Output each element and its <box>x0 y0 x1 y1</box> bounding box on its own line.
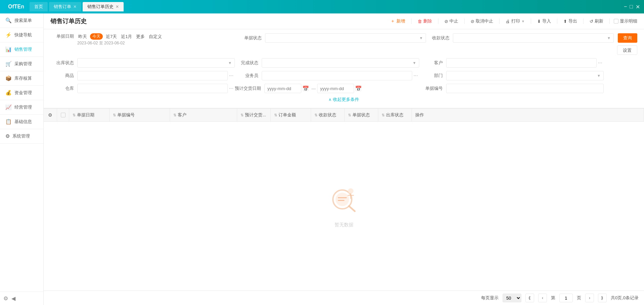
sort-date-icon: ⇅ <box>73 113 76 117</box>
sidebar: 🔍 搜索菜单 ⚡ 快捷导航 📊 销售管理 🛒 采购管理 📦 库存核算 💰 资金管… <box>0 13 44 305</box>
maximize-btn[interactable]: □ <box>630 4 633 10</box>
calendar-end-icon[interactable]: 📅 <box>354 85 363 92</box>
sidebar-item-sales-mgmt[interactable]: 📊 销售管理 <box>0 42 43 57</box>
page-size-label: 每页显示 <box>481 295 499 301</box>
sidebar-settings-icon[interactable]: ⚙ <box>3 295 8 302</box>
th-amount-label: 订单金额 <box>278 112 296 118</box>
query-button[interactable]: 查询 <box>618 33 637 43</box>
sidebar-item-ops[interactable]: 📈 经营管理 <box>0 100 43 115</box>
bill-no-label: 单据编号 <box>419 85 446 91</box>
th-out-status[interactable]: ⇅ 出库状态 <box>378 109 412 121</box>
last-page-btn[interactable]: ⟫ <box>598 294 607 302</box>
delivery-date-start-input[interactable] <box>264 84 301 93</box>
display-detail-label: 显示明细 <box>620 18 637 24</box>
collapse-more-btn[interactable]: ∧ 收起更多条件 <box>50 95 637 104</box>
customer-ellipsis-icon[interactable]: ··· <box>597 60 604 66</box>
sidebar-item-inventory-label: 库存核算 <box>14 75 32 81</box>
prev-page-btn[interactable]: ‹ <box>538 294 547 302</box>
th-bill-status[interactable]: ⇅ 单据状态 <box>345 109 378 121</box>
stop-label: 中止 <box>449 18 458 24</box>
bill-status-arrow-icon: ▼ <box>419 36 423 40</box>
bill-status-select[interactable]: ▼ <box>265 33 426 43</box>
product-ellipsis-icon[interactable]: ··· <box>228 73 235 79</box>
date-option-today[interactable]: 今天 <box>90 33 103 40</box>
import-button[interactable]: ⬇ 导入 <box>535 17 553 26</box>
refresh-button[interactable]: ↺ 刷新 <box>588 17 605 26</box>
sidebar-collapse-icon[interactable]: ◀ <box>11 295 15 302</box>
new-button[interactable]: ＋ 新增 <box>388 17 407 26</box>
sidebar-item-inventory[interactable]: 📦 库存核算 <box>0 71 43 86</box>
minimize-btn[interactable]: − <box>624 4 627 10</box>
department-label: 部门 <box>419 73 446 79</box>
calendar-start-icon[interactable]: 📅 <box>301 85 310 92</box>
print-button[interactable]: 🖨 打印 ▼ <box>504 17 527 26</box>
date-option-7days[interactable]: 近7天 <box>105 34 118 40</box>
finance-icon: 💰 <box>5 90 12 96</box>
payment-status-select[interactable]: ▼ <box>453 33 614 43</box>
sidebar-item-purchase-mgmt[interactable]: 🛒 采购管理 <box>0 57 43 71</box>
delivery-date-end-input[interactable] <box>317 84 354 93</box>
setting-button[interactable]: 设置 <box>617 45 637 55</box>
date-option-yesterday[interactable]: 昨天 <box>77 34 88 40</box>
tab-sales-order[interactable]: 销售订单 ✕ <box>49 2 81 11</box>
th-action-label: 操作 <box>415 112 424 118</box>
empty-text: 暂无数据 <box>335 222 353 228</box>
sidebar-item-basic-info[interactable]: 📋 基础信息 <box>0 115 43 129</box>
bill-no-input[interactable] <box>446 84 604 93</box>
quick-nav-icon: ⚡ <box>5 32 12 38</box>
customer-input[interactable] <box>446 58 597 68</box>
sidebar-bottom: ⚙ ◀ <box>0 292 43 305</box>
tab-home[interactable]: 首页 <box>30 2 48 11</box>
page-header: 销售订单历史 ＋ 新增 🗑 删除 ⊘ 中止 ⊘ <box>44 13 644 29</box>
warehouse-ellipsis-icon[interactable]: ··· <box>228 85 235 91</box>
tab-sales-order-history-close[interactable]: ✕ <box>116 4 119 9</box>
complete-status-select[interactable]: ▼ <box>262 58 419 68</box>
first-page-btn[interactable]: ⟪ <box>525 294 534 302</box>
sidebar-item-quick-nav[interactable]: ⚡ 快捷导航 <box>0 28 43 42</box>
page-number-input[interactable] <box>559 294 573 302</box>
table-footer: 每页显示 50 20 100 ⟪ ‹ 第 页 › ⟫ 共0页,0条记录 <box>44 291 644 305</box>
th-amount[interactable]: ⇅ 订单金额 <box>271 109 311 121</box>
th-settings[interactable]: ⚙ <box>44 109 57 121</box>
refresh-label: 刷新 <box>595 18 603 24</box>
settings-icon[interactable]: ⚙ <box>48 112 52 118</box>
date-option-custom[interactable]: 自定义 <box>148 34 163 40</box>
date-option-more[interactable]: 更多 <box>135 34 146 40</box>
th-delivery[interactable]: ⇅ 预计交货... <box>237 109 271 121</box>
select-all-checkbox[interactable] <box>61 113 66 117</box>
sidebar-item-finance[interactable]: 💰 资金管理 <box>0 86 43 100</box>
th-pay-status[interactable]: ⇅ 收款状态 <box>311 109 345 121</box>
tab-sales-order-close[interactable]: ✕ <box>73 4 77 9</box>
th-bill-status-label: 单据状态 <box>352 112 370 118</box>
print-arrow-icon: ▼ <box>521 20 525 23</box>
next-page-btn[interactable]: › <box>585 294 594 302</box>
delivery-date-label: 预计交货日期 <box>235 85 264 91</box>
th-customer[interactable]: ⇅ 客户 <box>170 109 237 121</box>
sidebar-item-system[interactable]: ⚙ 系统管理 <box>0 129 43 144</box>
stop-button[interactable]: ⊘ 中止 <box>442 17 460 26</box>
product-input[interactable] <box>77 71 228 80</box>
date-filter-label: 单据日期 <box>50 33 77 39</box>
close-btn[interactable]: ✕ <box>636 4 640 10</box>
department-select[interactable]: ▼ <box>446 71 604 80</box>
department-arrow-icon: ▼ <box>597 74 601 78</box>
th-num[interactable]: ⇅ 单据编号 <box>110 109 170 121</box>
delete-button[interactable]: 🗑 删除 <box>416 17 434 26</box>
salesperson-input[interactable] <box>262 71 412 80</box>
display-detail-checkbox[interactable] <box>614 19 618 24</box>
th-check[interactable] <box>57 109 69 121</box>
sidebar-item-quick-nav-label: 快捷导航 <box>14 32 32 38</box>
export-button[interactable]: ⬆ 导出 <box>561 17 579 26</box>
tab-sales-order-history[interactable]: 销售订单历史 ✕ <box>83 2 124 11</box>
main-layout: 🔍 搜索菜单 ⚡ 快捷导航 📊 销售管理 🛒 采购管理 📦 库存核算 💰 资金管… <box>0 13 644 305</box>
th-customer-label: 客户 <box>178 112 186 118</box>
sidebar-item-search-menu[interactable]: 🔍 搜索菜单 <box>0 13 43 28</box>
cancel-stop-button[interactable]: ⊘ 取消中止 <box>469 17 495 26</box>
salesperson-ellipsis-icon[interactable]: ··· <box>412 73 419 79</box>
page-size-select[interactable]: 50 20 100 <box>503 294 521 302</box>
warehouse-input[interactable] <box>77 84 228 93</box>
date-option-1month[interactable]: 近1月 <box>120 34 133 40</box>
th-date[interactable]: ⇅ 单据日期 <box>69 109 110 121</box>
display-detail-toggle[interactable]: 显示明细 <box>614 18 637 24</box>
out-status-select[interactable]: ▼ <box>77 58 235 68</box>
